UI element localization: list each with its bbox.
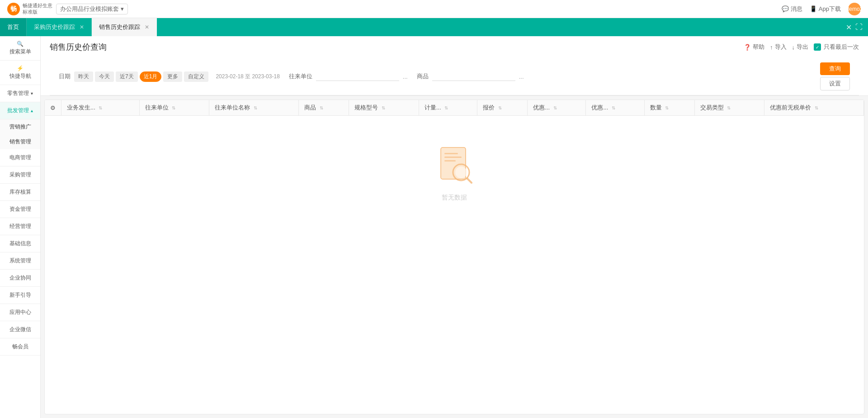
date-btn-custom[interactable]: 自定义 — [184, 71, 208, 82]
sort-icon: ⇅ — [382, 105, 385, 110]
date-btn-today[interactable]: 今天 — [95, 71, 114, 82]
close-sales-tab-icon[interactable]: ✕ — [145, 24, 149, 30]
sidebar-item-retail[interactable]: 零售管理 ▾ — [0, 85, 40, 102]
tab-bar: 首页 采购历史价跟踪 ✕ 销售历史价跟踪 ✕ ✕ ⛶ — [0, 18, 868, 36]
sidebar-item-base-info[interactable]: 基础信息 — [0, 235, 40, 252]
import-action[interactable]: ↑ 导入 — [770, 43, 787, 51]
sort-icon: ⇅ — [320, 105, 323, 110]
search-icon: 🔍 — [17, 41, 24, 47]
date-buttons: 昨天 今天 近7天 近1月 更多 自定义 — [74, 71, 208, 82]
page-title: 销售历史价查询 — [50, 42, 107, 52]
sidebar-item-member[interactable]: 畅会员 — [0, 338, 40, 356]
maximize-icon[interactable]: ⛶ — [855, 23, 863, 31]
sidebar-item-system[interactable]: 系统管理 — [0, 252, 40, 270]
logo-text: 畅捷通好生意 标准版 — [23, 3, 52, 14]
data-table: ⚙ 业务发生... ⇅ 往来单位 ⇅ 往来单位名称 ⇅ — [45, 100, 864, 229]
empty-text: 暂无数据 — [442, 194, 467, 202]
top-header: 畅 畅捷通好生意 标准版 办公用品行业模拟账套 ▾ 💬 消息 📱 App下载 d… — [0, 0, 868, 18]
gear-icon[interactable]: ⚙ — [50, 104, 56, 111]
col-price[interactable]: 报价 ⇅ — [477, 100, 528, 116]
user-action[interactable]: demo2 — [848, 3, 861, 15]
chevron-up-icon: ▴ — [31, 108, 33, 113]
table-body: 暂无数据 — [45, 116, 864, 229]
col-pretax-price[interactable]: 优惠前无税单价 ⇅ — [764, 100, 864, 116]
col-biz-date[interactable]: 业务发生... ⇅ — [61, 100, 140, 116]
col-settings[interactable]: ⚙ — [45, 100, 61, 116]
help-icon: ❓ — [744, 44, 751, 51]
col-unit-name[interactable]: 往来单位名称 ⇅ — [209, 100, 299, 116]
col-unit[interactable]: 计量... ⇅ — [419, 100, 477, 116]
header-left: 畅 畅捷通好生意 标准版 办公用品行业模拟账套 ▾ — [7, 3, 128, 15]
tab-home[interactable]: 首页 — [0, 18, 27, 36]
col-spec[interactable]: 规格型号 ⇅ — [349, 100, 419, 116]
help-action[interactable]: ❓ 帮助 — [744, 43, 764, 51]
content-area: 销售历史价查询 ❓ 帮助 ↑ 导入 ↓ 导出 ✓ — [41, 36, 868, 418]
product-dots[interactable]: ... — [519, 73, 524, 80]
table-header-row: ⚙ 业务发生... ⇅ 往来单位 ⇅ 往来单位名称 ⇅ — [45, 100, 864, 116]
sidebar-item-ecommerce[interactable]: 电商管理 — [0, 149, 40, 166]
sidebar-item-marketing[interactable]: 营销推广 — [0, 119, 40, 134]
sort-icon: ⇅ — [444, 105, 448, 110]
sort-icon: ⇅ — [727, 105, 731, 110]
app-download-action[interactable]: 📱 App下载 — [810, 5, 841, 13]
date-btn-7days[interactable]: 近7天 — [116, 71, 138, 82]
close-window-icon[interactable]: ✕ — [846, 23, 852, 32]
col-product[interactable]: 商品 ⇅ — [299, 100, 349, 116]
message-action[interactable]: 💬 消息 — [782, 5, 802, 13]
sidebar-item-newbie[interactable]: 新手引导 — [0, 287, 40, 304]
date-btn-1month[interactable]: 近1月 — [140, 71, 162, 82]
only-last-checkbox[interactable]: ✓ — [814, 43, 821, 51]
empty-illustration — [432, 143, 477, 188]
col-trade-type[interactable]: 交易类型 ⇅ — [694, 100, 764, 116]
sidebar-item-search-menu[interactable]: 🔍 搜索菜单 — [0, 36, 40, 61]
workspace-selector[interactable]: 办公用品行业模拟账套 ▾ — [56, 4, 128, 14]
unit-filter-group: 往来单位 ... — [289, 72, 408, 81]
col-unit-code[interactable]: 往来单位 ⇅ — [139, 100, 209, 116]
date-range: 2023-02-18 至 2023-03-18 — [216, 73, 279, 81]
tab-purchase-history[interactable]: 采购历史价跟踪 ✕ — [27, 18, 92, 36]
sidebar-item-enterprise[interactable]: 企业协同 — [0, 270, 40, 287]
page-actions: ❓ 帮助 ↑ 导入 ↓ 导出 ✓ 只看最后一次 — [744, 43, 859, 51]
unit-dots[interactable]: ... — [403, 73, 408, 80]
sidebar-item-enterprise-wechat[interactable]: 企业微信 — [0, 321, 40, 338]
sort-icon: ⇅ — [254, 105, 257, 110]
date-btn-more[interactable]: 更多 — [163, 71, 182, 82]
main-layout: 🔍 搜索菜单 ⚡ 快捷导航 零售管理 ▾ 批发管理 ▴ 营销推广 销售管理 电商… — [0, 36, 868, 418]
search-button[interactable]: 查询 — [820, 62, 850, 75]
empty-state: 暂无数据 — [45, 116, 864, 229]
sidebar-item-inventory[interactable]: 库存核算 — [0, 184, 40, 201]
export-action[interactable]: ↓ 导出 — [792, 43, 809, 51]
sidebar-item-app-center[interactable]: 应用中心 — [0, 304, 40, 321]
unit-input[interactable] — [316, 72, 399, 81]
import-icon: ↑ — [770, 44, 773, 51]
chevron-down-icon: ▾ — [121, 5, 124, 12]
date-btn-yesterday[interactable]: 昨天 — [74, 71, 93, 82]
sidebar: 🔍 搜索菜单 ⚡ 快捷导航 零售管理 ▾ 批发管理 ▴ 营销推广 销售管理 电商… — [0, 36, 41, 418]
sort-icon: ⇅ — [99, 105, 102, 110]
svg-point-5 — [455, 166, 467, 178]
chevron-down-icon: ▾ — [31, 91, 33, 96]
sidebar-item-purchase[interactable]: 采购管理 — [0, 166, 40, 184]
svg-rect-2 — [444, 157, 462, 158]
product-input[interactable] — [432, 72, 515, 81]
close-purchase-tab-icon[interactable]: ✕ — [80, 24, 84, 30]
col-discount1[interactable]: 优惠... ⇅ — [528, 100, 586, 116]
sort-icon: ⇅ — [665, 105, 669, 110]
date-label: 日期 — [59, 72, 71, 81]
sidebar-item-quick-nav[interactable]: ⚡ 快捷导航 — [0, 61, 40, 85]
only-last-toggle[interactable]: ✓ 只看最后一次 — [814, 43, 859, 51]
sort-icon: ⇅ — [553, 105, 557, 110]
unit-label: 往来单位 — [289, 72, 312, 81]
sidebar-item-operation[interactable]: 经营管理 — [0, 218, 40, 235]
sidebar-item-finance[interactable]: 资金管理 — [0, 201, 40, 218]
sidebar-item-sales-mgmt[interactable]: 销售管理 — [0, 134, 40, 149]
col-qty[interactable]: 数量 ⇅ — [644, 100, 694, 116]
col-discount2[interactable]: 优惠... ⇅ — [586, 100, 644, 116]
settings-button[interactable]: 设置 — [820, 77, 850, 90]
filter-bar: 日期 昨天 今天 近7天 近1月 更多 自定义 2023-02-18 至 202… — [50, 58, 859, 95]
sidebar-item-wholesale[interactable]: 批发管理 ▴ — [0, 102, 40, 119]
page-header: 销售历史价查询 ❓ 帮助 ↑ 导入 ↓ 导出 ✓ — [41, 36, 868, 96]
tab-sales-history[interactable]: 销售历史价跟踪 ✕ — [92, 18, 157, 36]
table-area: ⚙ 业务发生... ⇅ 往来单位 ⇅ 往来单位名称 ⇅ — [44, 100, 864, 414]
svg-rect-1 — [444, 153, 458, 154]
